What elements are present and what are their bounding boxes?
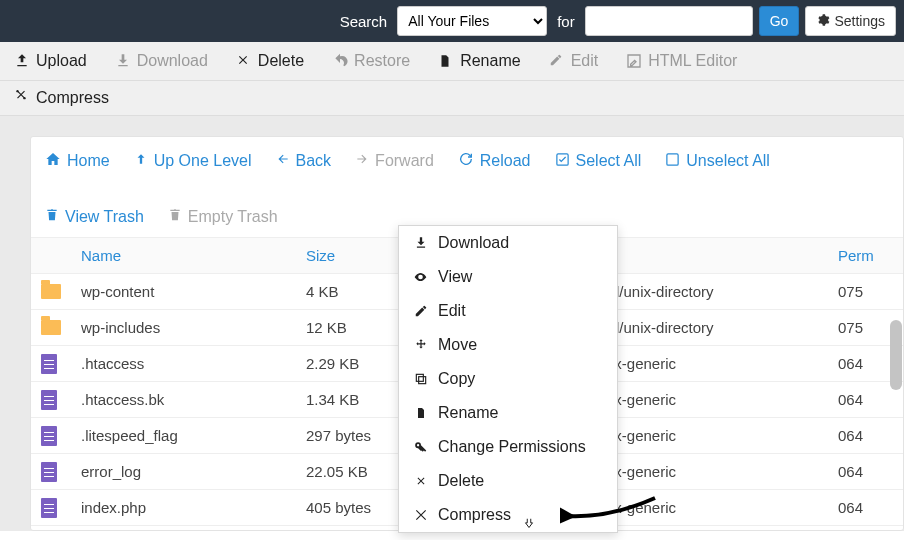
html-editor-button[interactable]: HTML Editor: [626, 52, 737, 70]
copy-icon: [413, 372, 428, 386]
ctx-move[interactable]: Move: [399, 328, 617, 362]
search-label: Search: [340, 13, 388, 30]
restore-button[interactable]: Restore: [332, 52, 410, 70]
svg-rect-4: [418, 377, 425, 384]
up-one-level-link[interactable]: Up One Level: [134, 151, 252, 171]
svg-rect-3: [667, 153, 678, 164]
go-button[interactable]: Go: [759, 6, 800, 36]
svg-point-1: [23, 97, 25, 99]
back-link[interactable]: Back: [276, 151, 332, 171]
file-icon: [438, 53, 454, 69]
file-perm: 075: [838, 319, 893, 336]
view-trash-link[interactable]: View Trash: [45, 207, 144, 227]
secondary-toolbar: Compress: [0, 81, 904, 116]
download-button[interactable]: Download: [115, 52, 208, 70]
arrow-up-icon: [134, 151, 148, 171]
svg-rect-5: [416, 374, 423, 381]
compress-button[interactable]: Compress: [14, 89, 109, 107]
ctx-copy[interactable]: Copy: [399, 362, 617, 396]
html-edit-icon: [626, 53, 642, 69]
reload-icon: [458, 151, 474, 171]
x-icon: [236, 53, 252, 69]
file-type: httpd/unix-directory: [586, 319, 838, 336]
file-type: text/x-generic: [586, 391, 838, 408]
unselect-all-link[interactable]: Unselect All: [665, 151, 770, 171]
download-icon: [115, 53, 131, 69]
undo-icon: [332, 53, 348, 69]
main-toolbar: Upload Download Delete Restore Rename Ed…: [0, 42, 904, 81]
home-link[interactable]: Home: [45, 151, 110, 171]
compress-icon: [14, 90, 30, 106]
top-search-bar: Search All Your Files for Go Settings: [0, 0, 904, 42]
file-name: index.php: [81, 499, 306, 516]
eye-icon: [413, 270, 428, 284]
svg-point-0: [16, 90, 18, 92]
forward-link[interactable]: Forward: [355, 151, 434, 171]
for-label: for: [557, 13, 575, 30]
ctx-rename[interactable]: Rename: [399, 396, 617, 430]
folder-icon: [41, 284, 61, 299]
file-name: .htaccess: [81, 355, 306, 372]
file-type: httpd/unix-directory: [586, 283, 838, 300]
empty-trash-link[interactable]: Empty Trash: [168, 207, 278, 227]
file-name: wp-includes: [81, 319, 306, 336]
scrollbar[interactable]: [890, 320, 902, 390]
arrow-right-icon: [355, 152, 369, 170]
rename-button[interactable]: Rename: [438, 52, 520, 70]
compress-icon: [413, 508, 428, 522]
file-perm: 064: [838, 391, 893, 408]
file-name: error_log: [81, 463, 306, 480]
file-perm: 064: [838, 355, 893, 372]
file-perm: 075: [838, 283, 893, 300]
settings-button[interactable]: Settings: [805, 6, 896, 36]
delete-button[interactable]: Delete: [236, 52, 304, 70]
ctx-delete[interactable]: Delete: [399, 464, 617, 498]
reload-link[interactable]: Reload: [458, 151, 531, 171]
ctx-change-permissions[interactable]: Change Permissions: [399, 430, 617, 464]
col-perm-header[interactable]: Perm: [838, 247, 893, 264]
ctx-download[interactable]: Download: [399, 226, 617, 260]
edit-button[interactable]: Edit: [549, 52, 599, 70]
empty-square-icon: [665, 152, 680, 171]
context-menu: Download View Edit Move Copy Rename Chan…: [398, 225, 618, 533]
ctx-edit[interactable]: Edit: [399, 294, 617, 328]
file-perm: 064: [838, 463, 893, 480]
file-type: text/x-generic: [586, 499, 838, 516]
home-icon: [45, 151, 61, 171]
key-icon: [413, 440, 428, 454]
move-icon: [413, 338, 428, 352]
download-icon: [413, 236, 428, 250]
gear-icon: [816, 13, 830, 30]
x-icon: [413, 475, 428, 487]
col-name-header[interactable]: Name: [81, 247, 306, 264]
file-type: text/x-generic: [586, 427, 838, 444]
file-name: .htaccess.bk: [81, 391, 306, 408]
folder-icon: [41, 320, 61, 335]
trash-icon: [45, 207, 59, 227]
search-input[interactable]: [585, 6, 753, 36]
file-icon: [41, 426, 57, 446]
ctx-compress[interactable]: Compress: [399, 498, 617, 532]
col-type-header[interactable]: Type: [586, 247, 838, 264]
pencil-icon: [549, 53, 565, 69]
upload-icon: [14, 53, 30, 69]
file-perm: 064: [838, 427, 893, 444]
file-type: text/x-generic: [586, 463, 838, 480]
file-name: .litespeed_flag: [81, 427, 306, 444]
upload-button[interactable]: Upload: [14, 52, 87, 70]
trash-icon: [168, 207, 182, 227]
file-name: wp-content: [81, 283, 306, 300]
ctx-view[interactable]: View: [399, 260, 617, 294]
file-icon: [413, 406, 428, 420]
file-icon: [41, 390, 57, 410]
select-all-link[interactable]: Select All: [555, 151, 642, 171]
file-icon: [41, 354, 57, 374]
file-icon: [41, 498, 57, 518]
pencil-icon: [413, 304, 428, 318]
check-square-icon: [555, 152, 570, 171]
search-scope-select[interactable]: All Your Files: [397, 6, 547, 36]
arrow-left-icon: [276, 152, 290, 170]
file-perm: 064: [838, 499, 893, 516]
file-type: text/x-generic: [586, 355, 838, 372]
file-icon: [41, 462, 57, 482]
